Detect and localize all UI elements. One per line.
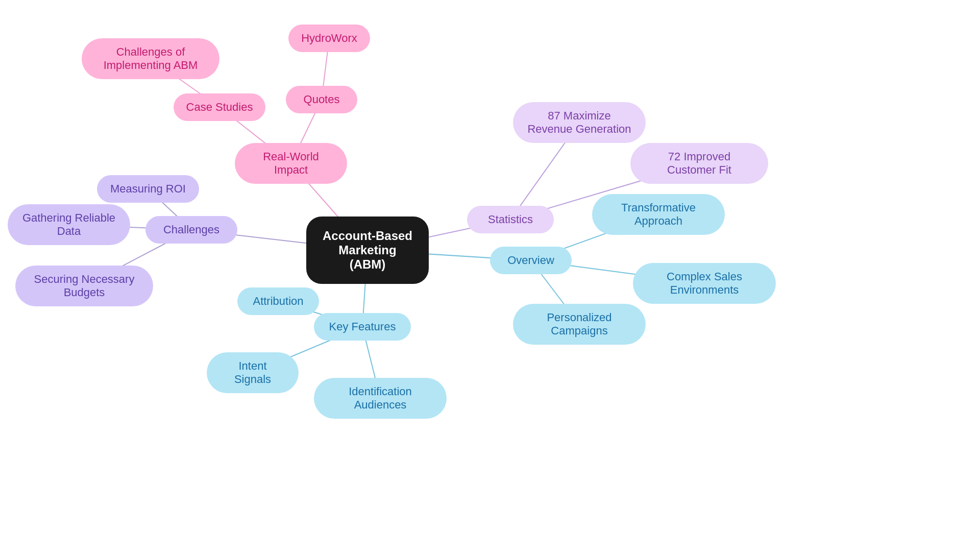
mindmap-container: Account-Based Marketing (ABM)ChallengesM…: [0, 0, 980, 553]
identification-audiences-node[interactable]: Identification Audiences: [314, 378, 447, 419]
challenges-implementing-node[interactable]: Challenges of Implementing ABM: [82, 38, 219, 79]
quotes-node[interactable]: Quotes: [286, 86, 357, 113]
personalized-campaigns-node[interactable]: Personalized Campaigns: [513, 304, 646, 345]
maximize-revenue-node[interactable]: 87 Maximize Revenue Generation: [513, 102, 646, 143]
case-studies-node[interactable]: Case Studies: [174, 93, 265, 121]
gathering-data-node[interactable]: Gathering Reliable Data: [8, 204, 130, 245]
hydroworx-node[interactable]: HydroWorx: [288, 25, 370, 52]
attribution-node[interactable]: Attribution: [237, 287, 319, 315]
key-features-node[interactable]: Key Features: [314, 313, 411, 341]
securing-budgets-node[interactable]: Securing Necessary Budgets: [15, 266, 153, 306]
challenges-node[interactable]: Challenges: [145, 216, 237, 244]
complex-sales-node[interactable]: Complex Sales Environments: [633, 263, 776, 304]
measuring-roi-node[interactable]: Measuring ROI: [97, 175, 199, 203]
center-node[interactable]: Account-Based Marketing (ABM): [306, 217, 429, 284]
overview-node[interactable]: Overview: [490, 247, 572, 274]
statistics-node[interactable]: Statistics: [467, 206, 554, 233]
intent-signals-node[interactable]: Intent Signals: [207, 352, 299, 393]
improved-customer-node[interactable]: 72 Improved Customer Fit: [630, 143, 768, 184]
transformative-node[interactable]: Transformative Approach: [592, 194, 725, 235]
real-world-impact-node[interactable]: Real-World Impact: [235, 143, 347, 184]
